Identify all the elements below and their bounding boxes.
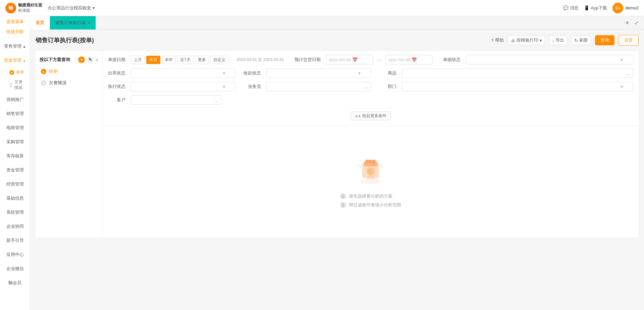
empty-steps: 1 请先选择要分析的方案 2 用过滤条件来缩小分析范围 [340, 193, 401, 211]
date-custom-btn[interactable]: 自定义 [210, 56, 228, 64]
customer-input[interactable]: ... [131, 95, 221, 105]
user-avatar: Ea [612, 3, 623, 13]
workspace-selector[interactable]: 办公用品行业模拟账套 ▾ [45, 4, 98, 12]
sidebar-item-apps[interactable]: 应用中心 [1, 248, 29, 261]
sidebar-item-wholesale-label: 批发管理 [4, 57, 21, 63]
svg-text:!: ! [369, 169, 370, 174]
sidebar-item-enterprise[interactable]: 企业协同 [1, 220, 29, 233]
date-this-month-btn[interactable]: 本月 [146, 56, 160, 64]
scheme-item-debt[interactable]: ● 欠资情况 [36, 77, 102, 89]
sidebar-item-wechat[interactable]: 企业微信 [1, 262, 29, 275]
exec-status-chevron-icon: ▼ [222, 85, 226, 89]
user-profile[interactable]: Ea demo2 [612, 3, 639, 13]
department-select[interactable]: ▼ [402, 82, 633, 91]
filter-row-3: 执行状态 ▼ 业务员 [108, 82, 633, 91]
expected-date-end-input[interactable]: yyyy-mm-dd 📅 [385, 55, 432, 64]
scheme-item-debt-label: 欠资情况 [49, 80, 66, 86]
sidebar-item-ecommerce[interactable]: 电商管理 [1, 121, 29, 134]
sidebar-item-system[interactable]: 系统管理 [1, 206, 29, 219]
left-scheme-panel: 按以下方案查询 + ✎ « ● 按单 ● [36, 51, 103, 238]
print-icon: 🖨 [511, 38, 515, 43]
collapse-button[interactable]: ∧∧ 收起更多条件 [351, 111, 391, 120]
export-label: 导出 [555, 37, 564, 43]
sidebar-sub-order[interactable]: ● 按单 [0, 67, 30, 77]
sidebar-wholesale-arrow-icon: ▲ [23, 59, 26, 62]
help-label: 帮助 [495, 37, 504, 43]
sidebar-item-basic[interactable]: 基础信息 [1, 192, 29, 205]
export-button[interactable]: ↓ 导出 [549, 36, 568, 45]
collect-status-select[interactable]: ▼ [266, 68, 371, 78]
sidebar-search[interactable]: 搜索菜单 [0, 16, 30, 26]
sidebar: 搜索菜单 快捷导航 零售管理 ▲ 批发管理 ▲ ● 按单 ● 欠资情况 营销推广 [0, 16, 30, 310]
out-status-select[interactable]: ▼ [131, 68, 235, 78]
sidebar-item-ecommerce-label: 电商管理 [6, 125, 24, 130]
settings-button[interactable]: 设置 [619, 35, 639, 46]
svg-point-4 [367, 167, 375, 175]
scheme-icons: + ✎ « [78, 56, 98, 63]
sidebar-item-operation[interactable]: 经营管理 [1, 178, 29, 191]
sidebar-item-inventory[interactable]: 库存核算 [1, 150, 29, 162]
salesperson-ellipsis[interactable]: ... [364, 84, 368, 89]
salesperson-label: 业务员 [244, 84, 264, 90]
sidebar-item-finance[interactable]: 资金管理 [1, 164, 29, 176]
tab-close-icon[interactable]: × [88, 20, 90, 25]
doc-status-select[interactable]: ▼ [466, 55, 633, 64]
logo-icon: 畅 [5, 3, 16, 13]
sidebar-item-sales-label: 销售管理 [6, 111, 24, 116]
expected-date-start-cal-icon[interactable]: 📅 [352, 57, 358, 62]
customer-ellipsis[interactable]: ... [214, 97, 218, 103]
expected-date-end-cal-icon[interactable]: 📅 [412, 57, 417, 62]
collapse-label: 收起更多条件 [362, 113, 386, 119]
page-content: 销售订单执行表(按单) ? 帮助 🖨 按模板打印 ▾ ↓ [30, 30, 644, 310]
department-wrapper: ▼ [402, 82, 633, 91]
sidebar-item-marketing[interactable]: 营销推广 [1, 93, 29, 106]
sidebar-item-member[interactable]: 畅会员 [1, 276, 29, 289]
salesperson-input[interactable]: ... [266, 82, 371, 91]
doc-status-chevron-icon: ▼ [620, 58, 624, 62]
sub-order-dot: ● [9, 70, 14, 75]
print-button[interactable]: 🖨 按模板打印 ▾ [508, 36, 545, 45]
tab-close-window-button[interactable]: ✕ [624, 19, 631, 26]
tab-maximize-button[interactable]: ⤢ [633, 19, 640, 26]
date-this-year-btn[interactable]: 本年 [162, 56, 176, 64]
goods-ellipsis[interactable]: ... [626, 70, 630, 76]
refresh-button[interactable]: ↻ 刷新 [571, 36, 591, 45]
out-status-label: 出库状态 [108, 70, 128, 76]
goods-input[interactable]: ... [402, 68, 633, 78]
goods-field: 商品 ... [379, 68, 633, 78]
sidebar-item-newbie[interactable]: 新手引导 [1, 234, 29, 247]
sidebar-item-sales[interactable]: 销售管理 [1, 107, 29, 120]
sidebar-quick-nav[interactable]: 快捷导航 [0, 26, 30, 36]
scheme-item-order-label: 按单 [49, 68, 58, 74]
sidebar-item-wholesale[interactable]: 批发管理 ▲ [1, 54, 29, 67]
filter-row-2: 出库状态 ▼ 收款状态 [108, 68, 633, 78]
out-status-field: 出库状态 ▼ [108, 68, 235, 78]
date-last7-btn[interactable]: 近7天 [177, 56, 194, 64]
exec-status-select[interactable]: ▼ [131, 82, 235, 91]
svg-point-0 [361, 179, 381, 184]
help-button[interactable]: ? 帮助 [491, 37, 503, 43]
message-button[interactable]: 💬 消息 [563, 5, 579, 11]
tab-sales-order-exec[interactable]: 销售订单执行表 × [50, 16, 96, 30]
page-header: 销售订单执行表(按单) ? 帮助 🖨 按模板打印 ▾ ↓ [36, 35, 639, 46]
app-download-button[interactable]: 📱 App下载 [584, 5, 607, 11]
scheme-add-button[interactable]: + [78, 56, 85, 63]
tab-home[interactable]: 首页 [30, 16, 50, 30]
date-buttons: 上月 本月 本年 近7天 更多 自定义 [131, 56, 228, 64]
date-more-btn[interactable]: 更多 [195, 56, 209, 64]
sidebar-item-system-label: 系统管理 [6, 210, 24, 215]
sidebar-item-retail[interactable]: 零售管理 ▲ [1, 40, 29, 53]
query-button[interactable]: 查询 [595, 35, 614, 45]
sidebar-item-purchase[interactable]: 采购管理 [1, 136, 29, 148]
salesperson-field: 业务员 ... [244, 82, 371, 91]
workspace-label: 办公用品行业模拟账套 [48, 5, 91, 11]
scheme-item-order[interactable]: ● 按单 [36, 66, 102, 77]
scheme-collapse-button[interactable]: « [96, 57, 98, 62]
step-2-num: 2 [340, 202, 346, 208]
scheme-edit-button[interactable]: ✎ [87, 56, 94, 63]
sidebar-item-enterprise-label: 企业协同 [6, 224, 24, 229]
help-icon: ? [491, 38, 493, 43]
sidebar-sub-debt[interactable]: ● 欠资情况 [0, 77, 30, 93]
expected-date-start-input[interactable]: yyyy-mm-dd 📅 [326, 55, 373, 64]
date-last-month-btn[interactable]: 上月 [131, 56, 145, 64]
